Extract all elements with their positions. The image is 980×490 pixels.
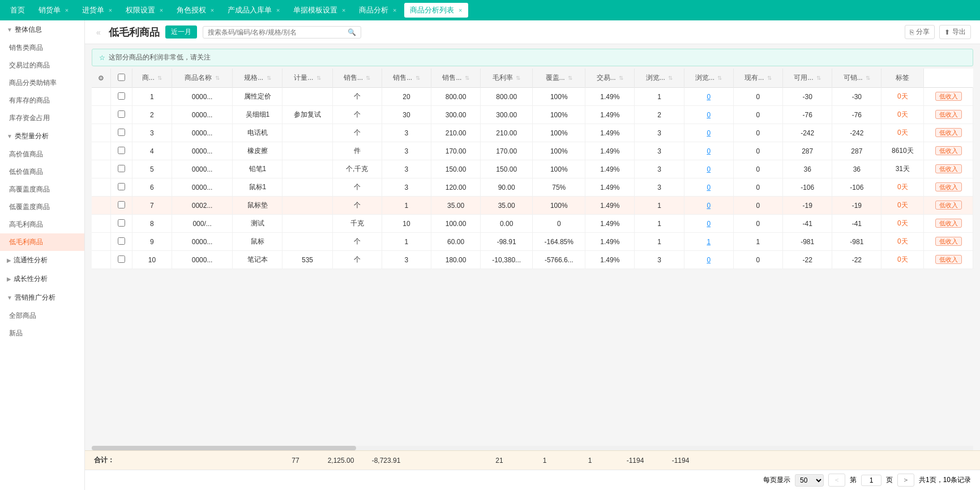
th-available[interactable]: 可用... ⇅ [783,69,832,88]
sidebar-item-high-coverage[interactable]: 高覆盖度商品 [0,181,84,198]
row-browse1[interactable]: 0 [684,142,733,160]
row-sales-amount: 300.00 [481,106,533,124]
sidebar-item-in-stock[interactable]: 有库存的商品 [0,92,84,109]
row-select-checkbox[interactable] [118,219,125,227]
page-size-select[interactable]: 50 100 200 [795,474,824,487]
sidebar-item-stock-funds[interactable]: 库存资金占用 [0,109,84,127]
row-browse1[interactable]: 0 [684,215,733,233]
search-icon[interactable]: 🔍 [348,28,356,36]
th-sellable[interactable]: 可销... ⇅ [832,69,881,88]
th-unit[interactable]: 计量... ⇅ [283,69,332,88]
close-icon[interactable]: × [211,7,214,14]
row-checkbox[interactable] [111,233,132,251]
nav-home[interactable]: 首页 [5,3,31,18]
sidebar-group-growth[interactable]: ▶ 成长性分析 [0,270,84,288]
row-checkbox[interactable] [111,197,132,215]
th-sales-price[interactable]: 销售... ⇅ [382,69,431,88]
row-checkbox[interactable] [111,106,132,124]
th-tag[interactable]: 标签 [881,69,924,88]
th-sales-qty[interactable]: 销售... ⇅ [332,69,382,88]
row-checkbox[interactable] [111,142,132,160]
table-container[interactable]: ⚙ 商... ⇅ 商品名称 ⇅ 规格... ⇅ 计量... ⇅ 销售... ⇅ … [92,69,973,446]
th-gross-rate[interactable]: 毛利率 ⇅ [481,69,533,88]
row-checkbox[interactable] [111,178,132,197]
export-button[interactable]: ⬆ 导出 [939,25,971,39]
row-select-checkbox[interactable] [118,92,125,100]
close-icon[interactable]: × [276,7,280,14]
th-coverage[interactable]: 覆盖... ⇅ [533,69,585,88]
row-sellable: 0天 [881,106,924,124]
row-select-checkbox[interactable] [118,237,125,245]
nav-product-analysis[interactable]: 商品分析 × [353,3,402,18]
close-icon[interactable]: × [160,7,163,14]
th-sales-amount[interactable]: 销售... ⇅ [431,69,480,88]
sidebar-item-low-margin[interactable]: 低毛利商品 [0,233,84,251]
row-browse1[interactable]: 1 [684,233,733,251]
sidebar-group-circulation[interactable]: ▶ 流通性分析 [0,251,84,270]
row-select-checkbox[interactable] [118,110,125,118]
nav-role-auth[interactable]: 角色授权 × [171,3,220,18]
th-browse1[interactable]: 浏览... ⇅ [635,69,684,88]
row-browse1[interactable]: 0 [684,178,733,197]
th-current-stock[interactable]: 现有... ⇅ [733,69,782,88]
row-select-checkbox[interactable] [118,183,125,190]
row-checkbox[interactable] [111,88,132,106]
th-settings[interactable]: ⚙ [92,69,111,88]
search-input[interactable] [208,28,345,36]
row-browse1[interactable]: 0 [684,160,733,178]
sidebar-item-category-sales-rate[interactable]: 商品分类助销率 [0,74,84,92]
row-browse1[interactable]: 0 [684,124,733,142]
row-browse1[interactable]: 0 [684,106,733,124]
sidebar-item-high-margin[interactable]: 高毛利商品 [0,216,84,233]
nav-product-warehouse[interactable]: 产成品入库单 × [222,3,285,18]
scrollbar-thumb[interactable] [92,446,356,450]
nav-template-setting[interactable]: 单据模板设置 × [288,3,351,18]
th-spec[interactable]: 规格... ⇅ [233,69,283,88]
th-code[interactable]: 商... ⇅ [132,69,172,88]
nav-permission[interactable]: 权限设置 × [120,3,169,18]
nav-sales-order[interactable]: 销货单 × [33,3,74,18]
sidebar-item-low-coverage[interactable]: 低覆盖度商品 [0,198,84,216]
sidebar-item-sales-products[interactable]: 销售类商品 [0,39,84,57]
close-icon[interactable]: × [342,7,345,14]
horizontal-scrollbar[interactable] [92,446,973,450]
th-browse2[interactable]: 浏览... ⇅ [684,69,733,88]
row-select-checkbox[interactable] [118,255,125,263]
row-checkbox[interactable] [111,160,132,178]
row-browse1[interactable]: 0 [684,197,733,215]
date-filter-button[interactable]: 近一月 [165,25,197,39]
prev-page-button[interactable]: ＜ [828,474,845,487]
row-select-checkbox[interactable] [118,165,125,172]
share-button[interactable]: ⎘ 分享 [905,25,935,39]
page-number-input[interactable] [861,475,881,486]
close-icon[interactable]: × [393,7,396,14]
close-icon[interactable]: × [459,7,462,14]
row-browse1[interactable]: 0 [684,88,733,106]
nav-product-analysis-list[interactable]: 商品分析列表 × [404,3,468,18]
row-checkbox[interactable] [111,215,132,233]
sidebar-collapse-button[interactable]: « [94,25,103,39]
sidebar-group-marketing[interactable]: ▼ 营销推广分析 [0,288,84,307]
row-no: 7 [132,197,172,215]
row-select-checkbox[interactable] [118,147,125,154]
th-checkbox[interactable] [111,69,132,88]
th-name[interactable]: 商品名称 ⇅ [172,69,232,88]
row-select-checkbox[interactable] [118,129,125,136]
row-checkbox[interactable] [111,124,132,142]
sidebar-item-new-products[interactable]: 新品 [0,325,84,342]
row-select-checkbox[interactable] [118,201,125,208]
sidebar-item-low-value[interactable]: 低价值商品 [0,163,84,181]
row-browse1[interactable]: 0 [684,251,733,269]
close-icon[interactable]: × [109,7,112,14]
sidebar-group-type-analysis[interactable]: ▼ 类型量分析 [0,127,84,146]
th-trade[interactable]: 交易... ⇅ [585,69,635,88]
sidebar-item-all-products[interactable]: 全部商品 [0,307,84,325]
select-all-checkbox[interactable] [118,74,125,81]
close-icon[interactable]: × [65,7,69,14]
nav-purchase-order[interactable]: 进货单 × [76,3,118,18]
row-checkbox[interactable] [111,251,132,269]
sidebar-item-high-value[interactable]: 高价值商品 [0,146,84,163]
sidebar-group-overall[interactable]: ▼ 整体信息 [0,20,84,39]
next-page-button[interactable]: ＞ [897,474,914,487]
sidebar-item-traded-products[interactable]: 交易过的商品 [0,57,84,74]
